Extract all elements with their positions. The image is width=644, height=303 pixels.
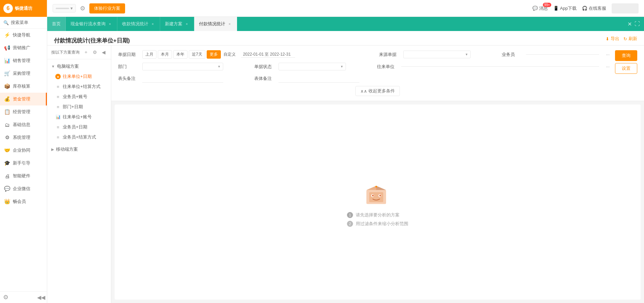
sidebar-item-sales[interactable]: 📊 销售管理 [0,54,47,67]
app-download-btn[interactable]: 📱 App下载 [553,5,577,11]
logo-icon: 6 [3,4,13,13]
sidebar-item-hardware[interactable]: 🖨 智能硬件 [0,170,47,182]
bottom-collapse-icon[interactable]: ◀◀ [38,294,44,300]
scheme-table-icon: ≡ [55,104,61,110]
desktop-chevron-icon: ▼ [51,64,55,68]
header-note-input[interactable] [142,74,223,83]
date-btn-this-year[interactable]: 本年 [173,50,187,59]
partner-label: 往来单位 [377,64,396,70]
sidebar-item-quick-nav[interactable]: ⚡ 快捷导航 [0,29,47,41]
sidebar-bottom: ⚙ ◀◀ [0,291,47,303]
topbar-settings-icon[interactable]: ⚙ [80,5,85,12]
refresh-btn[interactable]: ↻ 刷新 [623,36,637,42]
bottom-settings-icon[interactable]: ⚙ [3,294,9,300]
sidebar-item-inventory[interactable]: 📦 库存核算 [0,80,47,93]
svg-point-9 [375,186,377,187]
sidebar-search[interactable]: 🔍 搜索菜单 [0,17,47,29]
scheme-salesman-date[interactable]: ≡ 业务员+日期 [47,122,111,132]
source-select[interactable]: ▾ [403,51,471,58]
sidebar-item-purchase[interactable]: 🛒 采购管理 [0,67,47,80]
desktop-section-header[interactable]: ▼ 电脑端方案 [47,61,111,71]
sidebar-item-label: 基础信息 [13,122,30,128]
tab-receipt-stat-close[interactable]: × [150,22,155,26]
tab-bank-flow[interactable]: 现金银行流水查询 × [66,17,117,31]
left-panel-icons: ＋ ⚙ ◀ [83,49,107,56]
tab-receipt-stat[interactable]: 收款情况统计 × [117,17,160,31]
scheme-settings-btn[interactable]: ⚙ [91,49,98,56]
date-range-input[interactable] [241,51,295,58]
sidebar-item-newbie[interactable]: 🎓 新手引导 [0,157,47,170]
date-btn-7days[interactable]: 近7天 [189,50,205,59]
collapse-more-btn[interactable]: ∧∧ 收起更多条件 [355,86,400,96]
desktop-section-label: 电脑端方案 [57,63,79,69]
voucher-status-select[interactable]: ▾ [279,63,346,70]
refresh-label: 刷新 [628,36,637,42]
enterprise-icon: 🤝 [4,147,10,153]
tab-payment-stat-close[interactable]: × [227,22,232,26]
export-btn[interactable]: ⬇ 导出 [606,36,619,42]
filter-settings-btn[interactable]: 设置 [615,63,637,74]
scheme-dept-date[interactable]: ≡ 部门+日期 [47,102,111,112]
date-buttons: 上月 本月 本年 近7天 更多 自定义 [142,50,236,59]
purchase-icon: 🛒 [4,70,10,77]
tabbar-controls: ✕ ⛶ [623,17,644,31]
filter-row-2: 部门 ▾ 单据状态 ▾ 往来单位 [118,63,610,70]
download-icon: 📱 [553,6,559,11]
sidebar-item-marketing[interactable]: 📢 营销推广 [0,41,47,54]
body-note-input[interactable] [279,74,359,83]
tab-home[interactable]: 首页 [47,17,66,31]
svg-rect-3 [369,192,383,202]
tab-new-scheme-close[interactable]: × [184,22,189,26]
sidebar-item-label: 快捷导航 [13,32,30,38]
scheme-table-icon: ≡ [55,124,61,130]
member-icon: 👑 [4,199,10,205]
logo-text: 畅捷通坊 [15,6,32,11]
search-icon: 🔍 [3,20,9,25]
user-avatar[interactable] [612,3,639,13]
sidebar-item-operation[interactable]: 📋 经营管理 [0,105,47,118]
salesman-dots[interactable]: ··· [606,52,610,57]
partner-dots[interactable]: ··· [606,64,610,69]
finance-icon: 💰 [4,96,10,102]
tab-bank-flow-close[interactable]: × [108,22,112,26]
service-icon: 🎧 [582,6,587,11]
sidebar-item-wechat[interactable]: 💬 企业微信 [0,182,47,195]
scheme-active-icon: ● [55,74,61,79]
left-panel-collapse-btn[interactable]: ◀ [100,49,107,56]
online-service-btn[interactable]: 🎧 在线客服 [582,5,606,11]
company-selector[interactable]: ▾ [53,4,76,12]
query-btn[interactable]: 查询 [615,50,637,61]
trial-btn[interactable]: 体验行业方案 [89,3,125,13]
dept-select[interactable]: ▾ [142,63,223,70]
marketing-icon: 📢 [4,45,10,51]
maximize-btn[interactable]: ⛶ [635,21,640,27]
sidebar-item-label: 畅会员 [13,199,26,205]
sidebar-item-basic[interactable]: 🗂 基础信息 [0,118,47,131]
sidebar-item-enterprise[interactable]: 🤝 企业协同 [0,144,47,157]
date-btn-more[interactable]: 更多 [207,50,221,59]
empty-state: 1 请先选择要分析的方案 2 用过滤条件来缩小分析范围 [333,164,422,240]
sidebar-item-system[interactable]: ⚙ 系统管理 [0,131,47,144]
sidebar-item-finance[interactable]: 💰 资金管理 [0,93,47,105]
message-badge: 99+ [543,3,551,7]
message-btn[interactable]: 💬 消息 99+ [532,5,548,11]
scheme-partner-payment[interactable]: ≡ 往来单位+结算方式 [47,82,111,92]
collapse-btn-wrapper: ∧∧ 收起更多条件 [118,86,637,96]
hint-text-2: 用过滤条件来缩小分析范围 [356,221,408,227]
mobile-section-header[interactable]: ▶ 移动端方案 [47,144,111,154]
search-label: 搜索菜单 [11,20,28,26]
scheme-salesman-payment[interactable]: ≡ 业务员+结算方式 [47,132,111,142]
scheme-partner-date[interactable]: ● 往来单位+日期 [47,71,111,82]
sidebar-item-member[interactable]: 👑 畅会员 [0,195,47,208]
tab-home-label: 首页 [52,21,61,27]
date-btn-last-month[interactable]: 上月 [142,50,156,59]
scheme-label: 业务员+结算方式 [63,134,96,140]
close-all-tabs-btn[interactable]: ✕ [627,21,632,27]
scheme-partner-account[interactable]: 📊 往来单位+账号 [47,112,111,122]
tab-new-scheme[interactable]: 新建方案 × [160,17,194,31]
sidebar-item-label: 企业协同 [13,147,30,153]
scheme-salesman-account[interactable]: ≡ 业务员+账号 [47,92,111,102]
tab-payment-stat[interactable]: 付款情况统计 × [194,17,237,31]
add-scheme-btn[interactable]: ＋ [83,49,89,56]
date-btn-this-month[interactable]: 本月 [158,50,172,59]
